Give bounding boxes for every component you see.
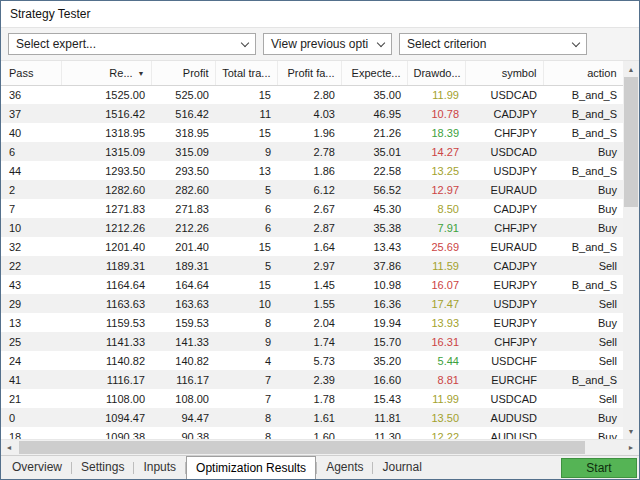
cell-action: Sell: [543, 389, 623, 408]
horizontal-scroll-track[interactable]: [17, 440, 623, 455]
cell-profit: 516.42: [151, 104, 215, 123]
cell-total-trades: 5: [215, 180, 277, 199]
table-header-row: PassRe...▼ProfitTotal tra...Profit fa...…: [1, 61, 623, 85]
previous-optimization-dropdown-value: View previous opti: [264, 37, 371, 51]
column-header-total-tra[interactable]: Total tra...: [215, 61, 277, 85]
column-header-profit[interactable]: Profit: [151, 61, 215, 85]
cell-profit-factor: 1.55: [277, 294, 341, 313]
cell-profit-factor: 2.39: [277, 370, 341, 389]
column-header-label: Profit: [183, 67, 209, 79]
triangle-down-icon: ▼: [628, 428, 635, 435]
sort-descending-icon: ▼: [138, 70, 145, 77]
column-header-label: Profit fa...: [287, 67, 334, 79]
cell-total-trades: 15: [215, 275, 277, 294]
cell-drawdown: 11.99: [407, 85, 465, 104]
cell-action: B_and_S: [543, 275, 623, 294]
cell-total-trades: 9: [215, 332, 277, 351]
cell-profit-factor: 1.96: [277, 123, 341, 142]
column-header-label: Expecte...: [352, 67, 401, 79]
column-header-drawdo[interactable]: Drawdo...: [407, 61, 465, 85]
vertical-scroll-track[interactable]: [623, 77, 639, 423]
column-header-pass[interactable]: Pass: [1, 61, 61, 85]
result-row[interactable]: 361525.00525.00152.8035.0011.99USDCADB_a…: [1, 85, 623, 104]
criterion-dropdown[interactable]: Select criterion: [399, 33, 587, 55]
result-row[interactable]: 321201.40201.40151.6413.4325.69EURAUDB_a…: [1, 237, 623, 256]
cell-pass: 40: [1, 123, 61, 142]
cell-profit: 282.60: [151, 180, 215, 199]
result-row[interactable]: 71271.83271.8362.6745.308.50CADJPYBuy: [1, 199, 623, 218]
cell-drawdown: 12.22: [407, 427, 465, 439]
expert-dropdown[interactable]: Select expert...: [8, 33, 256, 55]
horizontal-scrollbar[interactable]: ◄ ►: [1, 439, 639, 455]
cell-result: 1201.40: [61, 237, 151, 256]
result-row[interactable]: 241140.82140.8245.7335.205.44USDCHFSell: [1, 351, 623, 370]
cell-expected-payoff: 46.95: [341, 104, 407, 123]
tab-inputs[interactable]: Inputs: [134, 456, 185, 479]
column-header-symbol[interactable]: symbol: [465, 61, 543, 85]
result-row[interactable]: 21282.60282.6056.1256.5212.97EURAUDBuy: [1, 180, 623, 199]
cell-profit-factor: 1.74: [277, 332, 341, 351]
vertical-scroll-thumb[interactable]: [624, 77, 638, 207]
column-header-label: Re...: [109, 67, 132, 79]
strategy-tester-window: Strategy Tester Select expert... View pr…: [0, 0, 640, 480]
result-row[interactable]: 61315.09315.0992.7835.0114.27USDCADBuy: [1, 142, 623, 161]
tab-agents[interactable]: Agents: [317, 456, 372, 479]
scroll-left-button[interactable]: ◄: [1, 440, 17, 455]
scroll-right-button[interactable]: ►: [623, 440, 639, 455]
cell-drawdown: 7.91: [407, 218, 465, 237]
result-row[interactable]: 411116.17116.1772.3916.608.81EURCHFB_and…: [1, 370, 623, 389]
result-row[interactable]: 01094.4794.4781.6111.8113.50AUDUSDBuy: [1, 408, 623, 427]
cell-expected-payoff: 10.98: [341, 275, 407, 294]
cell-expected-payoff: 15.43: [341, 389, 407, 408]
result-row[interactable]: 291163.63163.63101.5516.3617.47USDJPYSel…: [1, 294, 623, 313]
cell-total-trades: 11: [215, 104, 277, 123]
cell-action: B_and_S: [543, 370, 623, 389]
cell-action: Buy: [543, 408, 623, 427]
cell-action: Sell: [543, 332, 623, 351]
column-header-action[interactable]: action: [543, 61, 623, 85]
cell-action: B_and_S: [543, 161, 623, 180]
result-row[interactable]: 431164.64164.64151.4510.9816.07EURJPYB_a…: [1, 275, 623, 294]
cell-drawdown: 13.25: [407, 161, 465, 180]
tab-journal[interactable]: Journal: [373, 456, 430, 479]
result-row[interactable]: 181090.3890.3881.6011.3012.22AUDUSDBuy: [1, 427, 623, 439]
cell-profit-factor: 2.80: [277, 85, 341, 104]
cell-result: 1516.42: [61, 104, 151, 123]
result-row[interactable]: 371516.42516.42114.0346.9510.78CADJPYB_a…: [1, 104, 623, 123]
previous-optimization-dropdown[interactable]: View previous opti: [263, 33, 392, 55]
scroll-down-button[interactable]: ▼: [623, 423, 639, 439]
result-row[interactable]: 401318.95318.95151.9621.2618.39CHFJPYB_a…: [1, 123, 623, 142]
cell-pass: 44: [1, 161, 61, 180]
cell-pass: 10: [1, 218, 61, 237]
cell-pass: 18: [1, 427, 61, 439]
tab-settings[interactable]: Settings: [72, 456, 133, 479]
cell-drawdown: 18.39: [407, 123, 465, 142]
tab-optimization-results[interactable]: Optimization Results: [186, 456, 316, 479]
cell-drawdown: 16.07: [407, 275, 465, 294]
column-header-profit-fa[interactable]: Profit fa...: [277, 61, 341, 85]
cell-total-trades: 15: [215, 85, 277, 104]
result-row[interactable]: 131159.53159.5382.0419.9413.93EURJPYBuy: [1, 313, 623, 332]
cell-result: 1315.09: [61, 142, 151, 161]
vertical-scrollbar[interactable]: ▲ ▼: [623, 61, 639, 439]
cell-profit-factor: 2.67: [277, 199, 341, 218]
scroll-up-button[interactable]: ▲: [623, 61, 639, 77]
tab-strip: OverviewSettingsInputsOptimization Resul…: [1, 456, 431, 479]
cell-profit-factor: 2.87: [277, 218, 341, 237]
start-button[interactable]: Start: [561, 458, 637, 478]
cell-pass: 29: [1, 294, 61, 313]
result-row[interactable]: 221189.31189.3152.9737.8611.59CADJPYSell: [1, 256, 623, 275]
cell-total-trades: 7: [215, 370, 277, 389]
cell-total-trades: 5: [215, 256, 277, 275]
criterion-dropdown-value: Select criterion: [400, 37, 566, 51]
result-row[interactable]: 441293.50293.50131.8622.5813.25USDJPYB_a…: [1, 161, 623, 180]
expert-dropdown-value: Select expert...: [9, 37, 235, 51]
column-header-re[interactable]: Re...▼: [61, 61, 151, 85]
column-header-expecte[interactable]: Expecte...: [341, 61, 407, 85]
cell-profit: 201.40: [151, 237, 215, 256]
horizontal-scroll-thumb[interactable]: [19, 441, 585, 454]
tab-overview[interactable]: Overview: [3, 456, 71, 479]
result-row[interactable]: 251141.33141.3391.7415.7016.31CHFJPYSell: [1, 332, 623, 351]
result-row[interactable]: 211108.00108.0071.7815.4311.99USDCADSell: [1, 389, 623, 408]
result-row[interactable]: 101212.26212.2662.8735.387.91CHFJPYBuy: [1, 218, 623, 237]
